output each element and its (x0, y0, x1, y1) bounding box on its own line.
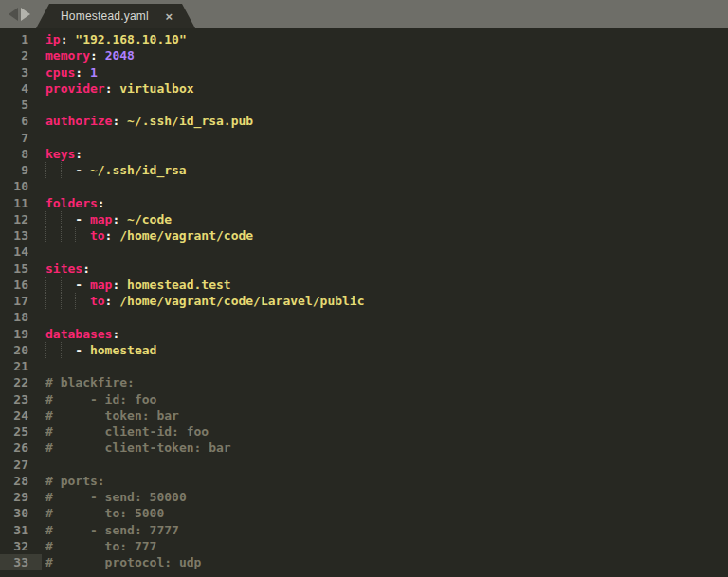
code-line: # - send: 50000 (42, 489, 728, 505)
code-row: 10 (0, 178, 728, 194)
tab-title: Homestead.yaml (61, 9, 149, 23)
line-number: 10 (0, 178, 42, 194)
code-line: provider: virtualbox (42, 81, 728, 97)
line-number: 4 (0, 81, 42, 97)
line-number: 5 (0, 97, 42, 113)
line-number: 22 (0, 374, 42, 390)
close-icon[interactable]: × (165, 10, 173, 23)
code-line (42, 457, 728, 473)
code-line: - map: ~/code (42, 211, 728, 227)
line-number: 12 (0, 211, 42, 227)
code-row: 29# - send: 50000 (0, 489, 728, 505)
indent-guide (46, 293, 61, 309)
code-line: to: /home/vagrant/code/Laravel/public (42, 293, 728, 309)
line-number: 17 (0, 293, 42, 309)
code-row: 28# ports: (0, 473, 728, 489)
code-row: 17to: /home/vagrant/code/Laravel/public (0, 293, 728, 309)
line-number: 8 (0, 146, 42, 162)
line-number: 28 (0, 473, 42, 489)
code-row: 27 (0, 457, 728, 473)
line-number: 29 (0, 489, 42, 505)
indent-guide (75, 293, 90, 309)
line-number: 11 (0, 195, 42, 211)
code-row: 4provider: virtualbox (0, 81, 728, 97)
indent-guide (75, 227, 90, 243)
code-line: # ports: (42, 473, 728, 489)
indent-guide (61, 162, 76, 178)
indent-guide (46, 227, 61, 243)
code-row: 16- map: homestead.test (0, 277, 728, 293)
code-editor[interactable]: 1ip: "192.168.10.10"2memory: 20483cpus: … (0, 28, 728, 577)
code-line: folders: (42, 195, 728, 211)
code-line (42, 358, 728, 374)
indent-guide (61, 293, 76, 309)
code-row: 13to: /home/vagrant/code (0, 227, 728, 243)
indent-guide (46, 162, 61, 178)
indent-guide (46, 277, 61, 293)
line-number: 9 (0, 162, 42, 178)
line-number: 19 (0, 326, 42, 342)
code-row: 9- ~/.ssh/id_rsa (0, 162, 728, 178)
code-row: 19databases: (0, 326, 728, 342)
code-row: 8keys: (0, 146, 728, 162)
code-row: 30# to: 5000 (0, 505, 728, 521)
line-number: 24 (0, 407, 42, 424)
code-row: 25# client-id: foo (0, 424, 728, 440)
editor-window: Homestead.yaml × 1ip: "192.168.10.10"2me… (0, 0, 728, 577)
tab-homestead-yaml[interactable]: Homestead.yaml × (36, 4, 195, 28)
line-number: 33 (0, 554, 42, 570)
line-number: 25 (0, 424, 42, 440)
forward-arrow-icon[interactable] (21, 8, 30, 21)
back-arrow-icon[interactable] (9, 8, 18, 21)
code-row: 12- map: ~/code (0, 211, 728, 227)
code-line (42, 130, 728, 146)
code-line: memory: 2048 (42, 47, 728, 63)
indent-guide (61, 211, 76, 227)
line-number: 32 (0, 538, 42, 554)
indent-guide (61, 227, 76, 243)
line-number: 13 (0, 227, 42, 243)
line-number: 26 (0, 440, 42, 456)
code-line: sites: (42, 261, 728, 277)
code-row: 20- homestead (0, 342, 728, 358)
line-number: 7 (0, 130, 42, 146)
code-row: 15sites: (0, 261, 728, 277)
line-number: 31 (0, 522, 42, 538)
code-row: 1ip: "192.168.10.10" (0, 31, 728, 47)
line-number: 14 (0, 243, 42, 260)
indent-guide (46, 342, 61, 358)
code-row: 31# - send: 7777 (0, 522, 728, 538)
code-row: 24# token: bar (0, 407, 728, 424)
line-number: 15 (0, 261, 42, 277)
code-line: # to: 777 (42, 538, 728, 554)
code-line (42, 178, 728, 194)
code-line: # - id: foo (42, 391, 728, 407)
code-line: # protocol: udp (42, 554, 728, 570)
code-line: ip: "192.168.10.10" (42, 31, 728, 47)
code-line: - homestead (42, 342, 728, 358)
nav-arrows (9, 0, 30, 28)
indent-guide (46, 211, 61, 227)
indent-guide (61, 277, 76, 293)
code-line: # client-token: bar (42, 440, 728, 456)
code-line: keys: (42, 146, 728, 162)
code-line: # token: bar (42, 407, 728, 424)
line-number: 16 (0, 277, 42, 293)
line-number: 2 (0, 47, 42, 63)
code-row: 26# client-token: bar (0, 440, 728, 456)
code-row: 11folders: (0, 195, 728, 211)
line-number: 3 (0, 64, 42, 81)
code-line: - map: homestead.test (42, 277, 728, 293)
code-row: 5 (0, 97, 728, 113)
code-line: databases: (42, 326, 728, 342)
code-row: 22# blackfire: (0, 374, 728, 390)
code-line (42, 97, 728, 113)
code-row: 33# protocol: udp (0, 554, 728, 570)
line-number: 30 (0, 505, 42, 521)
line-number: 1 (0, 31, 42, 47)
line-number: 20 (0, 342, 42, 358)
line-number: 27 (0, 457, 42, 473)
code-line: # client-id: foo (42, 424, 728, 440)
indent-guide (61, 342, 76, 358)
code-line: to: /home/vagrant/code (42, 227, 728, 243)
